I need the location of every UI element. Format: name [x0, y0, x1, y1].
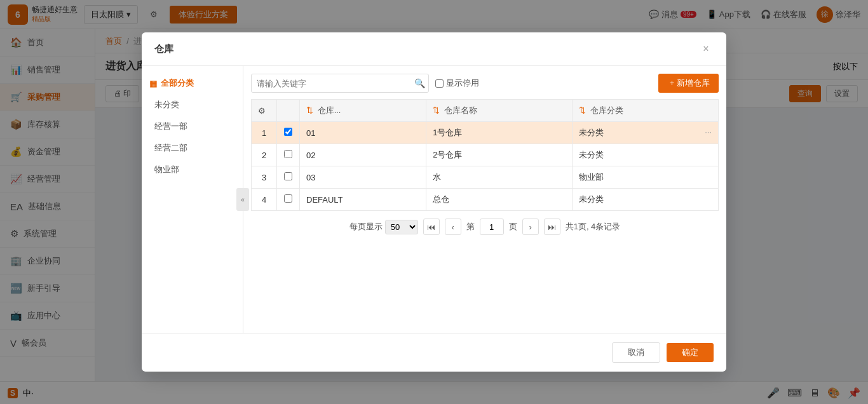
row-category: 未分类···	[573, 122, 719, 144]
add-warehouse-button[interactable]: + 新增仓库	[658, 74, 719, 93]
table-row[interactable]: 1 01 1号仓库 未分类···	[252, 122, 719, 144]
prev-page-button[interactable]: ‹	[445, 219, 461, 235]
row-actions-icon[interactable]: ···	[705, 127, 712, 137]
sort-icon-category: ⇅	[579, 105, 586, 115]
grid-icon: ▦	[149, 79, 157, 88]
show-disabled-checkbox[interactable]	[435, 79, 444, 88]
search-bar: 🔍 显示停用 + 新增仓库	[251, 74, 719, 93]
sort-icon-name: ⇅	[433, 105, 440, 115]
table-panel: 🔍 显示停用 + 新增仓库 ⚙	[243, 66, 726, 333]
show-disabled-label[interactable]: 显示停用	[435, 77, 479, 89]
category-all-label: 全部分类	[161, 77, 194, 89]
search-input[interactable]	[251, 74, 429, 93]
col-category[interactable]: ⇅ 仓库分类	[573, 100, 719, 122]
category-item-property[interactable]: 物业部	[142, 159, 243, 180]
table-row[interactable]: 4 DEFAULT 总仓 未分类	[252, 189, 719, 211]
row-checkbox[interactable]	[277, 122, 300, 144]
last-page-button[interactable]: ⏭	[544, 219, 560, 235]
category-collapse-button[interactable]: «	[236, 188, 249, 211]
modal-header: 仓库 ×	[142, 32, 726, 66]
page-input[interactable]	[480, 219, 504, 235]
row-checkbox[interactable]	[277, 166, 300, 189]
col-gear[interactable]: ⚙	[252, 100, 277, 122]
row-code: 03	[300, 166, 426, 189]
row-num: 3	[252, 166, 277, 189]
first-page-button[interactable]: ⏮	[423, 219, 440, 235]
category-panel: ▦ 全部分类 未分类 经营一部 经营二部 物业部 «	[142, 66, 243, 333]
row-checkbox[interactable]	[277, 144, 300, 166]
row-num: 1	[252, 122, 277, 144]
page-info: 共1页, 4条记录	[566, 221, 621, 232]
row-name: 水	[426, 166, 573, 189]
row-category: 未分类	[573, 189, 719, 211]
row-num: 4	[252, 189, 277, 211]
modal-footer: 取消 确定	[142, 333, 726, 372]
row-category: 未分类	[573, 144, 719, 166]
row-category: 物业部	[573, 166, 719, 189]
col-name[interactable]: ⇅ 仓库名称	[426, 100, 573, 122]
warehouse-modal: 仓库 × ▦ 全部分类 未分类 经营一部 经营二部	[142, 32, 726, 372]
confirm-button[interactable]: 确定	[667, 343, 714, 362]
category-all-item[interactable]: ▦ 全部分类	[142, 72, 243, 94]
category-item-op2[interactable]: 经营二部	[142, 137, 243, 159]
warehouse-table: ⚙ ⇅ 仓库... ⇅ 仓库名称 ⇅	[251, 99, 719, 211]
row-checkbox[interactable]	[277, 189, 300, 211]
search-icon[interactable]: 🔍	[414, 78, 425, 88]
row-name: 1号仓库	[426, 122, 573, 144]
table-header-row: ⚙ ⇅ 仓库... ⇅ 仓库名称 ⇅	[252, 100, 719, 122]
search-input-wrap: 🔍	[251, 74, 429, 93]
row-code: 02	[300, 144, 426, 166]
per-page-select[interactable]: 50 100 200	[385, 220, 418, 234]
row-name: 总仓	[426, 189, 573, 211]
next-page-button[interactable]: ›	[522, 219, 539, 235]
col-check	[277, 100, 300, 122]
sort-icon-code: ⇅	[306, 105, 313, 115]
cancel-button[interactable]: 取消	[612, 342, 660, 363]
modal-title: 仓库	[154, 43, 173, 55]
category-item-op1[interactable]: 经营一部	[142, 116, 243, 137]
col-code[interactable]: ⇅ 仓库...	[300, 100, 426, 122]
category-item-none[interactable]: 未分类	[142, 94, 243, 116]
row-code: 01	[300, 122, 426, 144]
row-num: 2	[252, 144, 277, 166]
close-button[interactable]: ×	[698, 41, 714, 57]
pagination-bar: 每页显示 50 100 200 ⏮ ‹ 第 页 › ⏭ 共1页, 4条记录	[251, 219, 719, 235]
row-name: 2号仓库	[426, 144, 573, 166]
table-row[interactable]: 3 03 水 物业部	[252, 166, 719, 189]
per-page-wrap: 每页显示 50 100 200	[349, 220, 418, 234]
table-row[interactable]: 2 02 2号仓库 未分类	[252, 144, 719, 166]
modal-overlay: 仓库 × ▦ 全部分类 未分类 经营一部 经营二部	[0, 0, 868, 404]
modal-body: ▦ 全部分类 未分类 经营一部 经营二部 物业部 «	[142, 66, 726, 333]
row-code: DEFAULT	[300, 189, 426, 211]
